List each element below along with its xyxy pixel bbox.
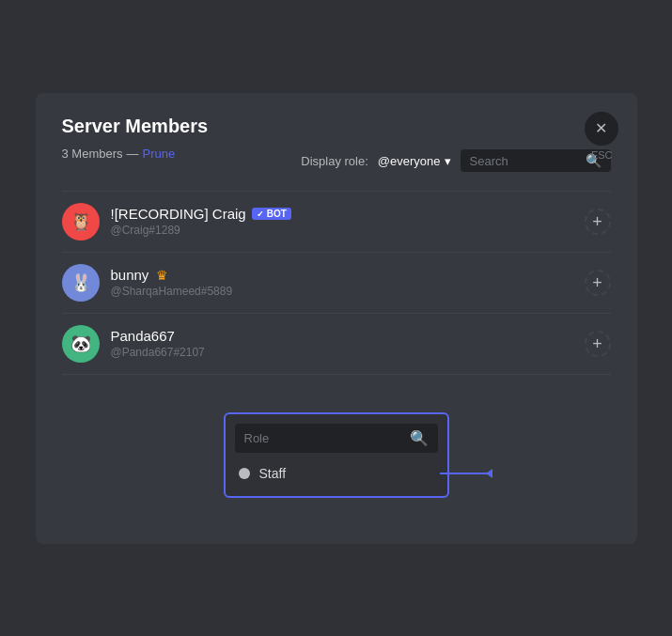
member-name-row: bunny ♛ <box>111 267 585 283</box>
display-role-select[interactable]: @everyone ▾ <box>378 154 451 168</box>
modal-title: Server Members <box>62 116 611 137</box>
member-handle: @Panda667#2107 <box>111 346 585 359</box>
role-search-icon: 🔍 <box>410 429 429 447</box>
table-row: 🐼 Panda667 @Panda667#2107 + <box>62 314 611 375</box>
table-row: 🐰 bunny ♛ @SharqaHameed#5889 + <box>62 253 611 314</box>
add-role-button[interactable]: + <box>585 331 611 357</box>
members-count: 3 Members <box>62 147 123 161</box>
add-role-button[interactable]: + <box>585 270 611 296</box>
server-members-modal: Server Members 3 Members — Prune Display… <box>36 93 637 544</box>
member-name-row: ![RECORDING] Craig ✓ BOT <box>111 206 585 222</box>
role-name: Staff <box>259 466 287 481</box>
role-search-box[interactable]: 🔍 <box>235 424 438 453</box>
add-role-button[interactable]: + <box>585 209 611 235</box>
table-row: 🦉 ![RECORDING] Craig ✓ BOT @Craig#1289 + <box>62 192 611 253</box>
member-search-input[interactable] <box>470 154 580 168</box>
crown-icon: ♛ <box>156 268 168 283</box>
list-item[interactable]: Staff <box>235 460 438 487</box>
avatar: 🐰 <box>62 264 100 302</box>
role-search-input[interactable] <box>244 431 404 445</box>
avatar: 🦉 <box>62 203 100 240</box>
member-name: Panda667 <box>111 328 175 344</box>
top-bar: 3 Members — Prune Display role: @everyon… <box>62 147 611 176</box>
modal-subtitle: 3 Members — Prune <box>62 147 176 161</box>
chevron-down-icon: ▾ <box>445 154 451 168</box>
member-list: 🦉 ![RECORDING] Craig ✓ BOT @Craig#1289 +… <box>62 191 611 375</box>
member-name: ![RECORDING] Craig <box>111 206 246 222</box>
member-handle: @SharqaHameed#5889 <box>111 285 585 298</box>
prune-link[interactable]: Prune <box>143 147 176 161</box>
esc-label: ESC <box>591 149 613 161</box>
member-name: bunny <box>111 267 149 283</box>
member-handle: @Craig#1289 <box>111 224 585 237</box>
member-info: Panda667 @Panda667#2107 <box>111 328 585 359</box>
role-dropdown: 🔍 Staff <box>224 412 449 498</box>
member-info: ![RECORDING] Craig ✓ BOT @Craig#1289 <box>111 206 585 237</box>
role-dot <box>239 468 250 479</box>
member-name-row: Panda667 <box>111 328 585 344</box>
check-icon: ✓ <box>257 209 264 219</box>
display-role-label: Display role: <box>301 154 368 168</box>
close-button[interactable]: ✕ <box>585 112 618 146</box>
avatar: 🐼 <box>62 325 100 363</box>
member-info: bunny ♛ @SharqaHameed#5889 <box>111 267 585 298</box>
member-search-box[interactable]: 🔍 <box>461 149 611 172</box>
separator: — <box>127 147 139 161</box>
bot-badge: ✓ BOT <box>252 208 291 220</box>
